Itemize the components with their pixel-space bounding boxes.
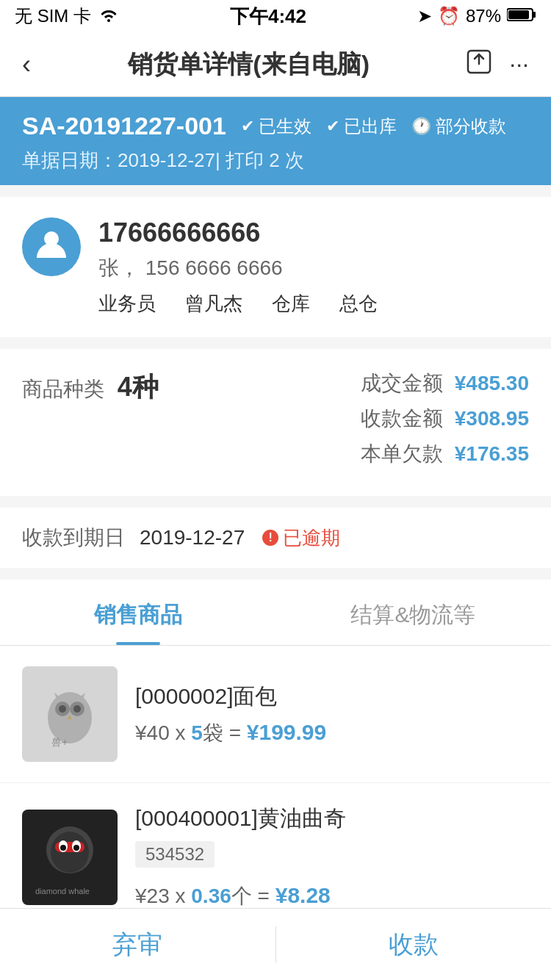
due-label: 收款到期日 xyxy=(22,524,125,552)
product-item: 兽+ [0000002]面包 ¥40 x 5袋 = ¥199.99 xyxy=(0,646,551,783)
price-x-1: x xyxy=(176,721,192,744)
product-batch-2: 534532 xyxy=(135,841,215,868)
salesman-label: 业务员 xyxy=(98,291,156,317)
checkmark-icon1: ✔ xyxy=(241,117,254,136)
clock-icon: 🕐 xyxy=(411,117,431,136)
product-price-1: ¥40 x 5袋 = ¥199.99 xyxy=(135,719,529,747)
customer-meta: 业务员 曾凡杰 仓库 总仓 xyxy=(98,291,529,317)
stat-product-type: 商品种类 4种 xyxy=(22,370,159,406)
unit-1: 袋 xyxy=(203,721,223,744)
stat-transaction: 成交金额 ¥485.30 xyxy=(361,370,529,397)
banner-row1: SA-20191227-001 ✔ 已生效 ✔ 已出库 🕐 部分收款 xyxy=(22,112,529,140)
separator-1: = xyxy=(229,721,247,744)
tab-settlement-logistics[interactable]: 结算&物流等 xyxy=(276,580,551,645)
user-icon xyxy=(34,226,69,268)
overdue-text: 已逾期 xyxy=(283,525,340,551)
quantity-1: 5 xyxy=(191,721,203,744)
badge-active: ✔ 已生效 xyxy=(241,115,311,138)
header-banner: SA-20191227-001 ✔ 已生效 ✔ 已出库 🕐 部分收款 单据日期：… xyxy=(0,97,551,185)
collect-payment-button[interactable]: 收款 xyxy=(276,913,552,976)
stats-section: 商品种类 4种 成交金额 ¥485.30 收款金额 ¥308.95 本单欠款 ¥… xyxy=(0,349,551,496)
debt-label: 本单欠款 xyxy=(361,440,443,468)
received-value: ¥308.95 xyxy=(455,407,529,430)
total-2: ¥8.28 xyxy=(276,883,331,907)
tab-sales-products[interactable]: 销售商品 xyxy=(0,580,276,645)
price-base-2: ¥23 xyxy=(135,884,170,907)
battery-text: 87% xyxy=(466,6,501,26)
share-icon[interactable] xyxy=(467,49,491,80)
due-date-section: 收款到期日 2019-12-27 ! 已逾期 xyxy=(0,508,551,568)
customer-id: 17666666666 xyxy=(98,217,529,248)
status-time: 下午4:42 xyxy=(230,4,306,29)
bottom-action-bar: 弃审 收款 xyxy=(0,908,551,980)
tabs-section: 销售商品 结算&物流等 xyxy=(0,580,551,646)
svg-rect-2 xyxy=(508,10,529,19)
product-info-2: [000400001]黄油曲奇 534532 ¥23 x 0.36个 = ¥8.… xyxy=(135,804,529,910)
stat-received: 收款金额 ¥308.95 xyxy=(361,405,529,433)
due-date-value: 2019-12-27 xyxy=(140,526,245,550)
alarm-icon: ⏰ xyxy=(438,6,460,26)
cancel-audit-button[interactable]: 弃审 xyxy=(0,913,276,976)
product-thumbnail-2: diamond whale xyxy=(22,810,118,905)
svg-point-22 xyxy=(73,845,79,851)
print-info: | 打印 2 次 xyxy=(215,149,304,171)
status-bar: 无 SIM 卡 下午4:42 ➤ ⏰ 87% xyxy=(0,0,551,32)
svg-text:兽+: 兽+ xyxy=(51,736,68,748)
order-id: SA-20191227-001 xyxy=(22,112,226,140)
warehouse-label: 仓库 xyxy=(272,291,310,317)
overdue-icon: ! xyxy=(262,530,278,546)
wifi-icon xyxy=(98,6,119,26)
badge-shipped: ✔ 已出库 xyxy=(326,115,397,138)
svg-rect-1 xyxy=(533,12,536,18)
product-name-1: [0000002]面包 xyxy=(135,682,529,712)
banner-date-row: 单据日期：2019-12-27| 打印 2 次 xyxy=(22,148,529,173)
product-name-2: [000400001]黄油曲奇 xyxy=(135,804,529,834)
price-x-2: x xyxy=(176,884,192,907)
svg-point-10 xyxy=(73,705,81,713)
product-type-value: 4种 xyxy=(118,372,159,402)
back-button[interactable]: ‹ xyxy=(22,49,31,80)
received-label: 收款金额 xyxy=(361,405,443,433)
salesman-value: 曾凡杰 xyxy=(185,291,242,317)
customer-info: 17666666666 张， 156 6666 6666 业务员 曾凡杰 仓库 … xyxy=(98,217,529,317)
product-type-label: 商品种类 xyxy=(22,378,104,400)
badge-partial: 🕐 部分收款 xyxy=(411,115,506,138)
products-section: 兽+ [0000002]面包 ¥40 x 5袋 = ¥199.99 xyxy=(0,646,551,932)
status-left: 无 SIM 卡 xyxy=(15,4,119,28)
battery-icon xyxy=(507,6,536,26)
debt-value: ¥176.35 xyxy=(455,442,529,466)
nav-bar: ‹ 销货单详情(来自电脑) ··· xyxy=(0,32,551,97)
stat-financials: 成交金额 ¥485.30 收款金额 ¥308.95 本单欠款 ¥176.35 xyxy=(361,370,529,475)
page-title: 销货单详情(来自电脑) xyxy=(128,48,370,82)
overdue-badge: ! 已逾期 xyxy=(262,525,340,551)
transaction-value: ¥485.30 xyxy=(455,372,529,395)
product-thumbnail-1: 兽+ xyxy=(22,666,118,762)
date-label: 单据日期： xyxy=(22,149,118,171)
svg-point-21 xyxy=(60,845,66,851)
unit-2: 个 xyxy=(231,884,252,907)
more-icon[interactable]: ··· xyxy=(509,51,529,78)
date-value: 2019-12-27 xyxy=(118,149,215,171)
product-info-1: [0000002]面包 ¥40 x 5袋 = ¥199.99 xyxy=(135,682,529,747)
product-price-2: ¥23 x 0.36个 = ¥8.28 xyxy=(135,882,529,910)
separator-2: = xyxy=(258,884,276,907)
avatar xyxy=(22,217,81,276)
stat-debt: 本单欠款 ¥176.35 xyxy=(361,440,529,468)
price-base-1: ¥40 xyxy=(135,721,170,744)
transaction-label: 成交金额 xyxy=(361,370,443,397)
nav-actions: ··· xyxy=(467,49,529,80)
carrier-text: 无 SIM 卡 xyxy=(15,4,91,28)
location-icon: ➤ xyxy=(417,6,432,26)
quantity-2: 0.36 xyxy=(191,884,231,907)
svg-text:diamond whale: diamond whale xyxy=(35,887,90,896)
customer-section: 17666666666 张， 156 6666 6666 业务员 曾凡杰 仓库 … xyxy=(0,197,551,337)
svg-point-9 xyxy=(59,705,66,713)
total-1: ¥199.99 xyxy=(247,720,326,744)
checkmark-icon2: ✔ xyxy=(326,117,339,136)
warehouse-value: 总仓 xyxy=(339,291,378,317)
customer-name-phone: 张， 156 6666 6666 xyxy=(98,254,529,282)
status-right: ➤ ⏰ 87% xyxy=(417,6,536,26)
